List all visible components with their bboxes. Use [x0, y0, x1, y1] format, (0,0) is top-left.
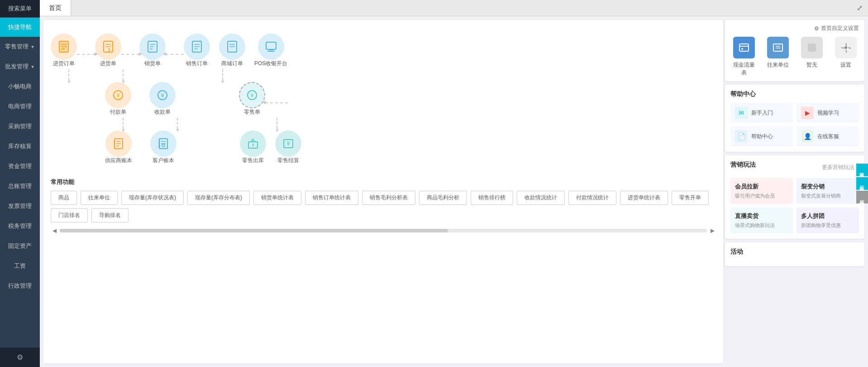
member-desc: 吸引用户成为会员 [735, 193, 788, 199]
mkt-item-group[interactable]: 多人拼团 拼团购物享受优惠 [796, 208, 859, 233]
beginner-label: 新手入门 [751, 109, 773, 117]
sidebar-label: 采购管理 [8, 122, 32, 130]
func-btn-retail-order[interactable]: 零售开单 [672, 191, 709, 205]
sidebar-item-payroll[interactable]: 工资 [0, 256, 40, 276]
svg-rect-45 [773, 44, 782, 51]
payment-out-label: 付款单 [110, 108, 126, 116]
sidebar-item-wholesale[interactable]: 批发管理 ▼ [0, 57, 40, 77]
v-connector-6 [277, 118, 277, 129]
func-btn-sale-stat[interactable]: 销货单统计表 [253, 191, 301, 205]
svg-rect-37 [158, 140, 160, 148]
func-btn-ranking[interactable]: 销售排行榜 [471, 191, 513, 205]
qa-item-cashflow[interactable]: 现金流量表 [730, 37, 757, 77]
func-btn-store-rank[interactable]: 门店排名 [51, 208, 88, 222]
func-btn-margin1[interactable]: 销售毛利分析表 [362, 191, 415, 205]
func-btn-margin2[interactable]: 商品毛利分析 [419, 191, 467, 205]
sidebar-label: 电商管理 [8, 102, 32, 111]
retail-out-icon [240, 130, 266, 157]
play-icon: ▶ [801, 106, 814, 119]
customer-book-icon [150, 130, 176, 157]
cashflow-label: 现金流量表 [730, 61, 757, 77]
help-item-service[interactable]: 👤 在线客服 [796, 126, 859, 146]
node-sales-order[interactable]: 销售订单 [184, 34, 210, 68]
quick-nav[interactable]: 快捷导航 [0, 18, 40, 37]
retail-order-icon: ¥ [239, 82, 265, 108]
sidebar-item-tax[interactable]: 税务管理 [0, 216, 40, 236]
search-menu[interactable]: 搜索菜单 [0, 0, 40, 18]
sidebar-label: 发票管理 [8, 202, 32, 210]
sidebar-item-ecom-mgmt[interactable]: 电商管理 [0, 97, 40, 116]
sidebar-item-ledger[interactable]: 总账管理 [0, 176, 40, 196]
expand-icon[interactable]: ⤢ [851, 4, 868, 12]
qa-item-empty[interactable]: 暂无 [798, 37, 825, 77]
video-label: 视频学习 [817, 109, 839, 117]
right-panel: ⚙ 首页自定义设置 现金流量表 往来单位 [723, 16, 868, 367]
scroll-track[interactable] [60, 229, 707, 232]
member-title: 会员拉新 [735, 183, 788, 191]
payment-out-icon: ¥ [105, 82, 131, 108]
mail-icon: ✉ [735, 106, 748, 119]
sidebar-item-inventory[interactable]: 库存核算 [0, 136, 40, 156]
svg-point-49 [844, 46, 847, 49]
purchase-order-label: 进货订单 [53, 60, 75, 68]
float-btn-desktop[interactable]: 桌面快捷 [856, 191, 868, 203]
node-mall-order[interactable]: 商城订单 [219, 34, 245, 68]
mkt-item-live[interactable]: 直播卖货 场景式购物新玩法 [730, 208, 793, 233]
qa-item-partners[interactable]: 往来单位 [764, 37, 791, 77]
sidebar-item-invoice[interactable]: 发票管理 [0, 196, 40, 216]
marketing-header: 营销玩法 更多营销玩法 > [730, 161, 859, 174]
func-btn-stock2[interactable]: 现存量(库存分布表) [187, 191, 250, 205]
sidebar-item-ecommerce[interactable]: 小畅电商 [0, 77, 40, 97]
mkt-item-fission[interactable]: 裂变分销 裂变式发展分销商 [796, 178, 859, 204]
svg-rect-48 [808, 43, 816, 52]
svg-text:¥: ¥ [286, 140, 290, 147]
help-item-beginner[interactable]: ✉ 新手入门 [730, 103, 793, 123]
scrollbar: ◀ ▶ [51, 227, 716, 234]
node-supplier-book[interactable]: 供应商账本 [105, 130, 132, 164]
func-btn-partner[interactable]: 往来单位 [81, 191, 118, 205]
retail-settle-label: 零售结算 [277, 157, 299, 164]
node-payment-in[interactable]: ¥ 收款单 [149, 82, 176, 116]
node-purchase-order[interactable]: 进货订单 [51, 34, 77, 68]
func-btn-goods[interactable]: 商品 [51, 191, 77, 205]
node-retail-order[interactable]: ¥ 零售单 [239, 82, 265, 116]
node-purchase-receipt[interactable]: 进货单 [95, 34, 121, 68]
sidebar-item-assets[interactable]: 固定资产 [0, 236, 40, 256]
node-retail-settle[interactable]: ¥ 零售结算 [275, 130, 301, 164]
more-marketing-link[interactable]: 更多营销玩法 > [822, 164, 859, 171]
sidebar-item-retail[interactable]: 零售管理 ▼ [0, 37, 40, 57]
settings-icon[interactable]: ⚙ [0, 348, 40, 367]
func-btn-order-stat[interactable]: 销售订单统计表 [305, 191, 358, 205]
flow-diagram: 进货订单 进货单 [51, 29, 716, 171]
scroll-left[interactable]: ◀ [51, 227, 58, 234]
func-btn-guide-rank[interactable]: 导购排名 [91, 208, 129, 222]
left-panel: 进货订单 进货单 [43, 20, 723, 363]
customize-label[interactable]: 首页自定义设置 [821, 24, 859, 32]
sidebar-item-admin[interactable]: 行政管理 [0, 276, 40, 296]
func-btn-stock1[interactable]: 现存量(库存状况表) [121, 191, 184, 205]
sale-order-label: 销货单 [144, 60, 161, 68]
node-sale-order[interactable]: 销货单 [139, 34, 166, 68]
sidebar-item-purchase[interactable]: 采购管理 [0, 116, 40, 136]
func-grid: 商品 往来单位 现存量(库存状况表) 现存量(库存分布表) 销货单统计表 销售订… [51, 191, 716, 222]
func-btn-payment-stat[interactable]: 付款情况统计 [568, 191, 616, 205]
pos-label: POS收银开台 [254, 60, 287, 68]
qa-header: ⚙ 首页自定义设置 [730, 24, 859, 32]
node-pos[interactable]: POS收银开台 [254, 34, 287, 68]
help-item-help[interactable]: 📄 帮助中心 [730, 126, 793, 146]
scroll-right[interactable]: ▶ [709, 227, 716, 234]
sidebar-label: 小畅电商 [8, 82, 32, 91]
connector-1 [77, 54, 95, 55]
sidebar-item-finance[interactable]: 资金管理 [0, 156, 40, 176]
node-retail-out[interactable]: 零售出库 [240, 130, 266, 164]
float-btn-service[interactable]: 客服热线 [856, 164, 868, 176]
node-payment-out[interactable]: ¥ 付款单 [105, 82, 131, 116]
help-item-video[interactable]: ▶ 视频学习 [796, 103, 859, 123]
node-customer-book[interactable]: 客户账本 [150, 130, 176, 164]
mkt-item-member[interactable]: 会员拉新 吸引用户成为会员 [730, 178, 793, 204]
float-btn-community[interactable]: 服务社区 [856, 177, 868, 190]
qa-item-settings[interactable]: 设置 [832, 37, 859, 77]
func-btn-purchase-stat[interactable]: 进货单统计表 [620, 191, 668, 205]
func-btn-receipt-stat[interactable]: 收款情况统计 [517, 191, 565, 205]
tab-home[interactable]: 首页 [40, 0, 71, 16]
